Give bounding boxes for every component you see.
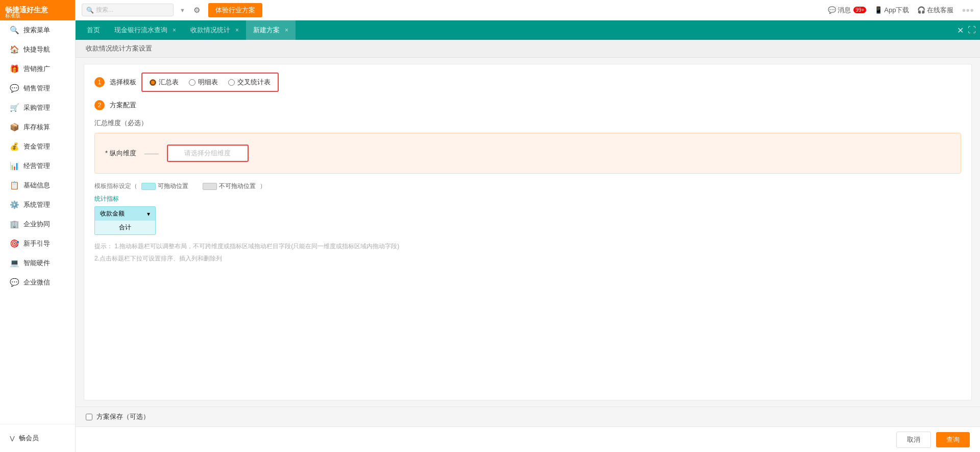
template-summary[interactable]: 汇总表 <box>150 78 179 87</box>
template-cross[interactable]: 交叉统计表 <box>228 78 271 87</box>
gift-icon: 🎁 <box>10 64 19 74</box>
legend-close: ） <box>260 182 266 191</box>
template-summary-label: 汇总表 <box>159 78 179 87</box>
template-detail-radio[interactable] <box>189 79 195 86</box>
sidebar-item-purchase[interactable]: 🛒 采购管理 <box>0 98 75 117</box>
sidebar-item-label: 新手引导 <box>23 239 50 248</box>
template-detail[interactable]: 明细表 <box>189 78 218 87</box>
tab-home[interactable]: 首页 <box>80 20 107 40</box>
draggable-legend-label: 可拖动位置 <box>158 182 188 191</box>
home-icon: 🏠 <box>10 45 19 54</box>
sidebar-item-basic-info[interactable]: 📋 基础信息 <box>0 176 75 195</box>
sidebar-item-guide[interactable]: 🎯 新手引导 <box>0 234 75 253</box>
topbar-right: 💬 消息 99+ 📱 App下载 🎧 在线客服 ●●● <box>828 6 974 15</box>
hardware-icon: 💻 <box>10 258 19 268</box>
sales-icon: 💬 <box>10 84 19 93</box>
template-detail-label: 明细表 <box>198 78 218 87</box>
sidebar-item-quick-nav[interactable]: 🏠 快捷导航 <box>0 40 75 59</box>
stat-total-label: 合计 <box>119 224 131 231</box>
tabs-actions: ✕ ⛶ <box>957 26 976 35</box>
user-icon: ●●● <box>962 6 974 14</box>
gear-icon: ⚙️ <box>10 200 19 209</box>
stat-chevron-icon: ▾ <box>147 210 150 218</box>
sidebar-item-sales[interactable]: 💬 销售管理 <box>0 79 75 98</box>
sidebar-item-enterprise[interactable]: 🏢 企业协同 <box>0 215 75 234</box>
tab-bank-flow[interactable]: 现金银行流水查询 × <box>107 20 183 40</box>
sidebar-item-hardware[interactable]: 💻 智能硬件 <box>0 253 75 273</box>
sidebar: 畅捷通好生意 标准版 🔍 搜索菜单 🏠 快捷导航 🎁 营销推广 💬 销售管理 🛒… <box>0 0 76 452</box>
search-placeholder: 搜索... <box>96 6 113 14</box>
sidebar-item-inventory[interactable]: 📦 库存核算 <box>0 117 75 137</box>
indicator-settings: 模板指标设定（ 可拖动位置 不可拖动位置 ） 统计指标 <box>94 182 961 235</box>
stat-tag-label: 收款金额 <box>100 209 125 218</box>
money-icon: 💰 <box>10 142 19 151</box>
sidebar-item-marketing[interactable]: 🎁 营销推广 <box>0 59 75 79</box>
sidebar-item-label: 销售管理 <box>23 84 50 93</box>
template-cross-radio[interactable] <box>228 79 235 86</box>
user-avatar[interactable]: ●●● <box>962 6 974 14</box>
tab-new-plan[interactable]: 新建方案 × <box>246 20 296 40</box>
page-content: 收款情况统计方案设置 1 选择模板 汇总表 明细表 <box>76 40 980 426</box>
dimension-section-title: 汇总维度（必选） <box>94 118 961 128</box>
app-download-label: App下载 <box>884 6 909 15</box>
tab-receipt-stats[interactable]: 收款情况统计 × <box>183 20 246 40</box>
save-label: 方案保存（可选） <box>96 412 150 421</box>
sidebar-item-label: 库存核算 <box>23 123 50 132</box>
main-card: 1 选择模板 汇总表 明细表 交叉统计表 <box>84 64 972 400</box>
cart-icon: 🛒 <box>10 103 19 112</box>
query-button[interactable]: 查询 <box>936 432 970 447</box>
stat-tag-body: 合计 <box>95 221 155 234</box>
enterprise-icon: 🏢 <box>10 220 19 229</box>
sidebar-item-label: 采购管理 <box>23 103 50 112</box>
dimension-title-text: 汇总维度（必选） <box>94 119 148 127</box>
doc-icon: 📋 <box>10 181 19 190</box>
online-service-btn[interactable]: 🎧 在线客服 <box>917 6 953 15</box>
tip-2: 2.点击标题栏下拉可设置排序、插入列和删除列 <box>94 252 961 265</box>
sidebar-item-operation[interactable]: 📊 经营管理 <box>0 156 75 176</box>
sidebar-item-search-menu[interactable]: 🔍 搜索菜单 <box>0 20 75 40</box>
legend-separator <box>192 182 199 191</box>
template-summary-radio[interactable] <box>150 79 156 86</box>
sidebar-item-label: 企业协同 <box>23 220 50 229</box>
tip-1: 提示： 1.拖动标题栏可以调整布局，不可跨维度或指标区域拖动栏目字段(只能在同一… <box>94 240 961 252</box>
online-service-label: 在线客服 <box>927 6 953 15</box>
sidebar-item-finance[interactable]: 💰 资金管理 <box>0 137 75 156</box>
sidebar-item-vip[interactable]: V 畅会员 <box>0 429 75 448</box>
message-btn[interactable]: 💬 消息 99+ <box>828 6 866 15</box>
save-checkbox[interactable] <box>86 414 92 420</box>
template-options: 汇总表 明细表 交叉统计表 <box>141 73 279 92</box>
stat-tag-header[interactable]: 收款金额 ▾ <box>95 207 155 221</box>
cancel-button[interactable]: 取消 <box>896 432 931 448</box>
box-icon: 📦 <box>10 123 19 132</box>
sidebar-logo: 畅捷通好生意 标准版 <box>0 0 75 20</box>
topbar-gear-icon[interactable]: ⚙ <box>193 6 200 15</box>
sidebar-item-system[interactable]: ⚙️ 系统管理 <box>0 195 75 215</box>
industry-btn[interactable]: 体验行业方案 <box>208 3 262 17</box>
sidebar-item-wechat[interactable]: 💬 企业微信 <box>0 273 75 292</box>
legend-fixed: 不可拖动位置 <box>203 182 256 191</box>
tab-new-plan-close[interactable]: × <box>285 27 288 34</box>
topbar-search[interactable]: 🔍 搜索... <box>82 4 174 16</box>
dimension-selector[interactable]: 请选择分组维度 <box>167 145 249 162</box>
footer-section: 方案保存（可选） <box>76 407 980 426</box>
tab-home-label: 首页 <box>87 26 100 35</box>
fixed-legend-label: 不可拖动位置 <box>219 182 256 191</box>
dimension-arrow: —— <box>144 149 159 157</box>
message-icon: 💬 <box>828 6 836 14</box>
topbar: 🔍 搜索... ▼ ⚙ 体验行业方案 💬 消息 99+ 📱 App下载 🎧 在线… <box>76 0 980 20</box>
tab-receipt-stats-close[interactable]: × <box>235 27 239 34</box>
sidebar-item-label: 快捷导航 <box>23 45 50 54</box>
vip-icon: V <box>10 434 15 443</box>
draggable-legend-box <box>141 183 156 190</box>
tabs-close-icon[interactable]: ✕ <box>957 26 964 35</box>
template-cross-label: 交叉统计表 <box>237 78 271 87</box>
main-area: 🔍 搜索... ▼ ⚙ 体验行业方案 💬 消息 99+ 📱 App下载 🎧 在线… <box>76 0 980 452</box>
tabs-expand-icon[interactable]: ⛶ <box>968 26 976 35</box>
topbar-chevron-icon[interactable]: ▼ <box>180 7 185 13</box>
app-download-btn[interactable]: 📱 App下载 <box>874 6 909 15</box>
step1-circle: 1 <box>94 77 105 87</box>
message-label: 消息 <box>838 6 851 15</box>
tab-bank-flow-close[interactable]: × <box>173 27 176 34</box>
indicator-settings-label: 模板指标设定（ 可拖动位置 不可拖动位置 ） <box>94 182 961 191</box>
breadcrumb-text: 收款情况统计方案设置 <box>86 44 152 52</box>
